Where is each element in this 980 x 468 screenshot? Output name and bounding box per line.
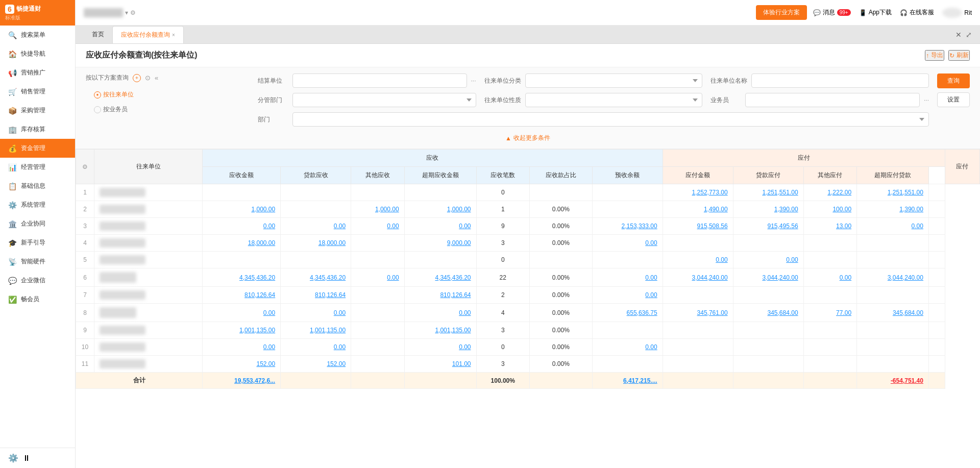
- scheme-arrow-icon[interactable]: «: [155, 74, 158, 82]
- logo: 6 畅捷通财 标准版: [0, 0, 75, 26]
- sidebar-label-member: 畅会员: [21, 295, 39, 304]
- notification-wrap[interactable]: 💬 消息 99+: [813, 8, 851, 17]
- dept-label: 部门: [258, 115, 288, 124]
- service-icon: 🎧: [900, 9, 908, 16]
- salesperson-input[interactable]: [745, 93, 920, 107]
- table-row: 6广4,345,436.204,345,436.200.004,345,436.…: [76, 268, 980, 287]
- sidebar-label-guide: 新手引导: [21, 238, 45, 247]
- partner-name-input[interactable]: [751, 73, 929, 88]
- partner-nature-label: 往来单位性质: [484, 96, 521, 105]
- col-payable-extra: 应付: [945, 150, 979, 184]
- bell-icon: 💬: [813, 9, 821, 16]
- sidebar-item-basic[interactable]: 📋 基础信息: [0, 177, 75, 195]
- dept-manager-select[interactable]: [292, 93, 476, 107]
- settings-gear-icon[interactable]: ⚙️: [8, 453, 18, 463]
- tab-active[interactable]: 应收应付余额查询 ×: [112, 26, 184, 43]
- export-button[interactable]: ↑ 导出: [925, 50, 944, 61]
- filter-partner-category: 往来单位分类: [484, 73, 703, 88]
- edit-scheme-icon[interactable]: ⊙: [145, 74, 151, 82]
- col-payable-other: 其他应付: [803, 167, 857, 184]
- col-receivable-other: 其他应收: [351, 167, 405, 184]
- sidebar-label-wechat: 企业微信: [21, 276, 45, 285]
- collapse-more-btn[interactable]: ▲ 收起更多条件: [86, 134, 970, 142]
- industry-plan-button[interactable]: 体验行业方案: [756, 5, 807, 20]
- collapse-icon: ▲: [505, 135, 511, 142]
- tab-close-icon[interactable]: ×: [172, 32, 175, 38]
- total-overdue-payable[interactable]: -654,751.40: [857, 373, 929, 389]
- sidebar-item-member[interactable]: ✅ 畅会员: [0, 290, 75, 309]
- top-header: ····· ▾ ⚙ 体验行业方案 💬 消息 99+ 📱 App下载 🎧 在线客服…: [76, 0, 980, 26]
- col-receivable-count: 应收笔数: [476, 167, 530, 184]
- home-icon: 🏠: [8, 50, 17, 58]
- sidebar-label-marketing: 营销推广: [21, 68, 45, 77]
- filter-option-salesperson[interactable]: 按业务员: [90, 103, 254, 116]
- finance-icon: 💰: [8, 144, 17, 153]
- dept-select[interactable]: [292, 112, 929, 127]
- sidebar-label-purchase: 采购管理: [21, 106, 45, 115]
- sidebar-item-inventory[interactable]: 🏢 库存核算: [0, 120, 75, 139]
- col-settings[interactable]: ⚙: [76, 150, 94, 184]
- partner-nature-select[interactable]: [525, 93, 703, 107]
- sidebar-item-sales[interactable]: 🛒 销售管理: [0, 82, 75, 101]
- table-row: 3xxxxx0.000.000.000.0090.00%2,153,333.00…: [76, 218, 980, 235]
- sidebar-label-search: 搜索菜单: [21, 31, 45, 39]
- partner-cell: xxxxx: [94, 356, 203, 373]
- main-area: ····· ▾ ⚙ 体验行业方案 💬 消息 99+ 📱 App下载 🎧 在线客服…: [76, 0, 980, 468]
- online-service-btn[interactable]: 🎧 在线客服: [900, 8, 934, 17]
- filter-partner-nature: 往来单位性质: [484, 93, 703, 107]
- sidebar-bottom: ⚙️ ⏸: [0, 448, 75, 468]
- dept-manager-label: 分管部门: [258, 96, 288, 105]
- partner-cell: xxxxx: [94, 322, 203, 339]
- sidebar-item-system[interactable]: ⚙️ 系统管理: [0, 195, 75, 214]
- sidebar-item-finance[interactable]: 💰 资金管理: [0, 139, 75, 158]
- sidebar-item-wechat[interactable]: 💬 企业微信: [0, 271, 75, 290]
- settlement-dots: ···: [471, 77, 476, 84]
- col-receivable-group: 应收: [203, 150, 663, 167]
- partner-cell: xxxxx: [94, 287, 203, 304]
- download-icon: 📱: [859, 9, 867, 16]
- collapse-sidebar-icon[interactable]: ⏸: [22, 454, 31, 463]
- partner-category-select[interactable]: [525, 73, 703, 88]
- col-settings-icon[interactable]: ⚙: [82, 163, 88, 170]
- tab-home[interactable]: 首页: [84, 26, 112, 43]
- setting-button[interactable]: 设置: [937, 92, 970, 107]
- total-receivable[interactable]: 19,553,472,6...: [203, 373, 281, 389]
- window-expand-icon[interactable]: ⤢: [966, 31, 972, 39]
- settings-btn[interactable]: ⚙: [130, 9, 136, 16]
- total-label: 合计: [76, 373, 203, 389]
- sidebar-item-enterprise[interactable]: 🏛️ 企业协同: [0, 214, 75, 233]
- table-row: 7xxxxx810,126.64810,126.64810,126.6420.0…: [76, 287, 980, 304]
- inventory-icon: 🏢: [8, 126, 17, 134]
- sidebar-item-search[interactable]: 🔍 搜索菜单: [0, 26, 75, 44]
- partner-cell: xxxxx: [94, 252, 203, 268]
- search-icon: 🔍: [8, 31, 17, 39]
- online-service-label: 在线客服: [910, 8, 934, 17]
- total-advance[interactable]: 6,417,215....: [592, 373, 663, 389]
- filter-option-partner[interactable]: ● 按往来单位: [90, 88, 254, 101]
- partner-cell: 户: [94, 304, 203, 322]
- window-close-icon[interactable]: ✕: [955, 31, 962, 39]
- query-button[interactable]: 查询: [937, 73, 970, 88]
- breadcrumb-chevron: ▾: [125, 9, 128, 16]
- sidebar-item-smart[interactable]: 📡 智能硬件: [0, 252, 75, 271]
- refresh-button[interactable]: ↻ 刷新: [948, 50, 970, 61]
- username: Rit: [964, 9, 972, 16]
- tab-active-label: 应收应付余额查询: [121, 31, 170, 39]
- filter-partner-name: 往来单位名称: [710, 73, 929, 88]
- sidebar-item-quick[interactable]: 🏠 快捷导航: [0, 44, 75, 63]
- sidebar-item-operations[interactable]: 📊 经营管理: [0, 158, 75, 177]
- settlement-input[interactable]: [292, 73, 467, 88]
- partner-cell: xxxxx: [94, 218, 203, 235]
- sidebar-item-purchase[interactable]: 📦 采购管理: [0, 101, 75, 120]
- filter-dept-manager: 分管部门: [258, 93, 476, 107]
- sidebar-item-marketing[interactable]: 📢 营销推广: [0, 63, 75, 82]
- app-download-btn[interactable]: 📱 App下载: [859, 8, 892, 17]
- wechat-icon: 💬: [8, 277, 17, 285]
- enterprise-icon: 🏛️: [8, 220, 17, 228]
- sidebar-item-guide[interactable]: 🎓 新手引导: [0, 233, 75, 252]
- smart-icon: 📡: [8, 258, 17, 266]
- add-scheme-icon[interactable]: +: [133, 74, 141, 82]
- app-download-label: App下载: [869, 8, 892, 17]
- table-wrap: ⚙ 往来单位 应收 应付 应付: [76, 149, 980, 389]
- user-avatar[interactable]: user Rit: [942, 8, 972, 18]
